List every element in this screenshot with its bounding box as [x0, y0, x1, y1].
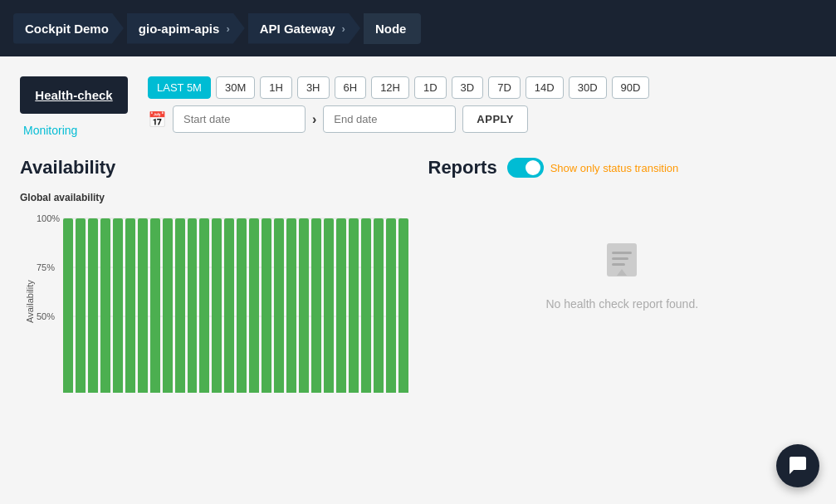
time-btn-3d[interactable]: 3D — [452, 76, 484, 99]
reports-panel: Reports Show only status transition — [428, 157, 817, 393]
end-date-input[interactable] — [323, 105, 456, 133]
sidebar-nav: Health-check Monitoring — [20, 76, 128, 137]
bar-item — [224, 218, 234, 393]
breadcrumb-label: gio-apim-apis — [139, 22, 220, 36]
bar-item — [188, 218, 198, 393]
status-transition-toggle[interactable] — [507, 158, 544, 178]
bar-item — [76, 218, 86, 393]
bar-item — [374, 218, 384, 393]
bar-item — [138, 218, 148, 393]
bar-item — [163, 218, 173, 393]
svg-text:50%: 50% — [37, 311, 55, 321]
bar-item — [150, 218, 160, 393]
health-check-button[interactable]: Health-check — [20, 76, 128, 114]
time-controls: LAST 5M30M1H3H6H12H1D3D7D14D30D90D 📅 › A… — [148, 76, 816, 133]
calendar-icon: 📅 — [148, 110, 166, 129]
breadcrumb-item-gio-apim-apis[interactable]: gio-apim-apis › — [127, 13, 245, 44]
bar-item — [262, 218, 271, 393]
time-btn-1d[interactable]: 1D — [414, 76, 447, 99]
breadcrumb-label: Node — [375, 22, 407, 36]
bar-item — [336, 218, 346, 393]
bar-item — [100, 218, 110, 393]
breadcrumb-item-api-gateway[interactable]: API Gateway › — [248, 13, 360, 44]
chart-label: Global availability — [20, 192, 408, 203]
toggle-wrapper: Show only status transition — [507, 158, 679, 178]
no-data-icon — [602, 240, 642, 287]
arrow-right-icon: › — [312, 112, 316, 127]
breadcrumb-nav: Cockpit Demo gio-apim-apis › API Gateway… — [0, 0, 836, 56]
time-btn-7d[interactable]: 7D — [488, 76, 521, 99]
y-axis-label: Availability — [20, 210, 37, 393]
main-content: Health-check Monitoring LAST 5M30M1H3H6H… — [0, 56, 836, 393]
availability-panel: Availability Global availability Availab… — [20, 157, 408, 393]
panels-row: Availability Global availability Availab… — [20, 157, 816, 393]
availability-title: Availability — [20, 157, 408, 179]
bar-item — [274, 218, 284, 393]
bar-item — [199, 218, 209, 393]
bar-item — [349, 218, 359, 393]
bar-item — [113, 218, 123, 393]
chevron-right-icon: › — [226, 22, 229, 35]
reports-header: Reports Show only status transition — [428, 157, 817, 179]
time-btn-6h[interactable]: 6H — [335, 76, 367, 99]
monitoring-link[interactable]: Monitoring — [20, 124, 128, 137]
time-buttons-row-1: LAST 5M30M1H3H6H12H1D3D7D14D30D90D — [148, 76, 816, 99]
start-date-input[interactable] — [173, 105, 306, 133]
bar-item — [237, 218, 247, 393]
chart-area: 100% 75% 50% — [37, 210, 408, 393]
top-section: Health-check Monitoring LAST 5M30M1H3H6H… — [20, 76, 816, 137]
toggle-track — [507, 158, 544, 178]
time-btn-12h[interactable]: 12H — [371, 76, 409, 99]
svg-rect-9 — [612, 263, 625, 266]
bar-item — [175, 218, 185, 393]
svg-text:75%: 75% — [37, 262, 55, 272]
svg-text:100%: 100% — [37, 213, 60, 223]
breadcrumb-label: API Gateway — [260, 22, 335, 36]
no-data-text: No health check report found. — [545, 297, 698, 311]
bar-item — [212, 218, 222, 393]
toggle-label: Show only status transition — [550, 162, 679, 174]
bar-item — [249, 218, 259, 393]
svg-rect-8 — [612, 257, 628, 260]
bar-item — [63, 218, 73, 393]
no-data-state: No health check report found. — [428, 192, 817, 358]
breadcrumb-label: Cockpit Demo — [25, 22, 109, 36]
bar-item — [88, 218, 98, 393]
bar-item — [299, 218, 309, 393]
time-btn-14d[interactable]: 14D — [526, 76, 564, 99]
bar-item — [125, 218, 135, 393]
breadcrumb-item-cockpit-demo[interactable]: Cockpit Demo — [13, 13, 124, 44]
time-btn-90d[interactable]: 90D — [612, 76, 650, 99]
time-btn-3h[interactable]: 3H — [297, 76, 330, 99]
date-range: 📅 › APPLY — [148, 105, 816, 133]
time-btn-30m[interactable]: 30M — [216, 76, 255, 99]
bar-item — [361, 218, 371, 393]
time-btn-30d[interactable]: 30D — [569, 76, 607, 99]
chat-button[interactable] — [776, 444, 819, 487]
bar-item — [398, 218, 408, 393]
time-btn-last 5m[interactable]: LAST 5M — [148, 76, 211, 99]
bar-chart — [63, 218, 408, 393]
bar-item — [324, 218, 334, 393]
breadcrumb-item-node[interactable]: Node — [364, 13, 422, 44]
time-btn-1h[interactable]: 1H — [260, 76, 292, 99]
chevron-right-icon: › — [342, 22, 345, 35]
svg-rect-7 — [612, 252, 632, 254]
apply-button[interactable]: APPLY — [462, 105, 528, 133]
toggle-thumb — [526, 160, 540, 175]
bar-item — [286, 218, 296, 393]
bar-item — [386, 218, 396, 393]
bar-item — [311, 218, 321, 393]
reports-title: Reports — [428, 157, 497, 179]
